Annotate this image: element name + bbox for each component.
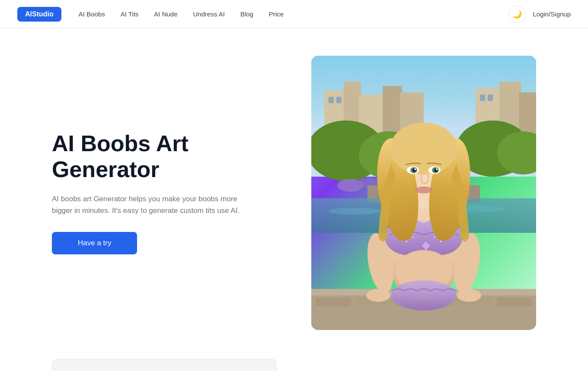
moon-icon: 🌙 xyxy=(512,10,522,19)
hero-section: AI Boobs Art Generator AI boobs art Gene… xyxy=(0,29,588,357)
svg-point-61 xyxy=(457,289,481,302)
dark-mode-toggle[interactable]: 🌙 xyxy=(508,6,526,23)
svg-point-55 xyxy=(415,187,432,193)
svg-rect-10 xyxy=(336,97,342,103)
svg-point-41 xyxy=(391,280,456,311)
svg-point-54 xyxy=(436,168,438,170)
svg-rect-31 xyxy=(497,298,532,306)
nav-links: AI Boobs AI Tits AI Nude Undress AI Blog… xyxy=(72,7,505,21)
svg-point-56 xyxy=(406,241,407,242)
logo-button[interactable]: AIStudio xyxy=(17,7,61,22)
svg-point-59 xyxy=(434,236,435,238)
hero-image-svg xyxy=(311,56,536,330)
svg-rect-27 xyxy=(316,298,350,306)
navbar: AIStudio AI Boobs AI Tits AI Nude Undres… xyxy=(0,0,588,29)
hero-right xyxy=(307,56,536,330)
nav-right: 🌙 Login/Signup xyxy=(508,6,571,23)
hero-left: AI Boobs Art Generator AI boobs art Gene… xyxy=(52,131,281,254)
bottom-section xyxy=(0,357,588,371)
nav-ai-boobs[interactable]: AI Boobs xyxy=(72,7,112,21)
nav-price[interactable]: Price xyxy=(262,7,291,21)
svg-rect-12 xyxy=(488,95,493,101)
hero-description: AI boobs art Generator helps you make yo… xyxy=(52,193,259,216)
svg-point-53 xyxy=(414,168,416,170)
hero-title: AI Boobs Art Generator xyxy=(52,131,281,183)
svg-rect-11 xyxy=(480,95,485,101)
nav-ai-tits[interactable]: AI Tits xyxy=(114,7,146,21)
login-signup-button[interactable]: Login/Signup xyxy=(533,10,571,18)
bottom-card xyxy=(52,359,277,371)
svg-point-58 xyxy=(440,241,442,242)
nav-undress-ai[interactable]: Undress AI xyxy=(186,7,232,21)
nav-blog[interactable]: Blog xyxy=(233,7,260,21)
svg-point-60 xyxy=(366,289,390,302)
hero-image xyxy=(311,56,536,330)
svg-point-57 xyxy=(412,236,414,238)
cta-button[interactable]: Have a try xyxy=(52,232,137,254)
svg-point-23 xyxy=(329,208,380,215)
svg-point-46 xyxy=(390,123,457,174)
svg-rect-9 xyxy=(329,97,334,103)
nav-ai-nude[interactable]: AI Nude xyxy=(147,7,184,21)
